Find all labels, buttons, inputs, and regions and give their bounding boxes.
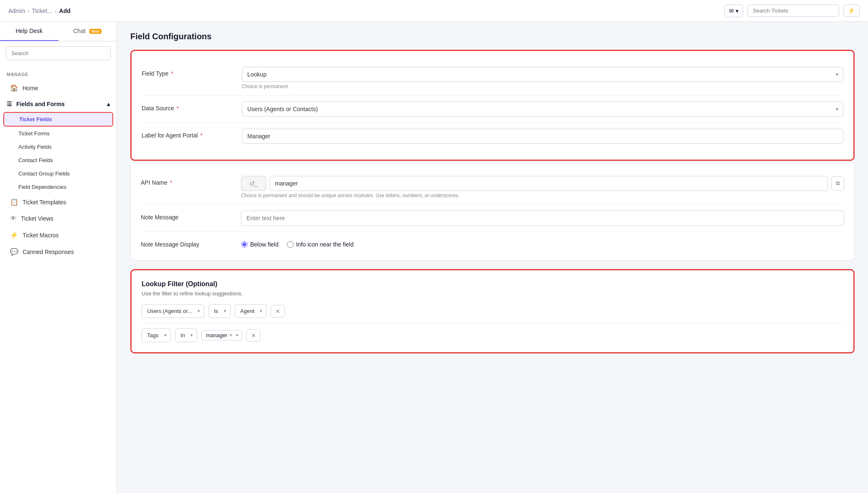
sidebar: Help Desk Chat Beta MANAGE 🏠 Home ☰ Fiel… (0, 22, 117, 493)
templates-icon: 📋 (10, 198, 18, 206)
field-type-select[interactable]: Lookup (242, 67, 843, 82)
note-message-row: Note Message (141, 205, 844, 232)
sidebar-item-contact-fields[interactable]: Contact Fields (3, 154, 113, 167)
api-name-label: API Name * (141, 176, 241, 186)
api-name-input-row: cf_ ⧉ (241, 176, 844, 191)
api-name-row: API Name * cf_ ⧉ Choice is permanent and… (141, 170, 844, 205)
label-agent-portal-input[interactable] (242, 129, 843, 144)
sidebar-search-input[interactable] (6, 46, 111, 60)
mail-icon: ✉ (729, 8, 734, 14)
note-message-field (241, 211, 844, 226)
sidebar-item-field-dependencies[interactable]: Field Dependencies (3, 180, 113, 193)
canned-icon: 💬 (10, 248, 18, 256)
filter-operator-1-select[interactable]: Is (208, 304, 231, 318)
field-type-row: Field Type * Lookup ▾ Choice is permanen… (142, 61, 843, 96)
fields-and-forms-group[interactable]: ☰ Fields and Forms ▴ (0, 97, 117, 112)
sidebar-item-home[interactable]: 🏠 Home (3, 80, 113, 96)
filter-value-2-tag-wrapper[interactable]: manager ✕ ▾ (201, 330, 242, 341)
home-icon: 🏠 (10, 84, 18, 92)
views-icon: 👁 (10, 215, 17, 222)
tab-helpdesk[interactable]: Help Desk (0, 22, 58, 41)
filter-row-2-remove-button[interactable]: ✕ (246, 329, 261, 342)
radio-group: Below field Info icon near the field (241, 238, 844, 248)
topbar: Admin › Ticket... › Add ✉ ▾ ⚡ (0, 0, 868, 22)
sidebar-item-activity-fields[interactable]: Activity Fields (3, 140, 113, 153)
sidebar-item-label-macros: Ticket Macros (23, 232, 59, 239)
manage-label: MANAGE (0, 68, 117, 79)
sidebar-item-label-templates: Ticket Templates (23, 199, 66, 206)
topbar-icon-button[interactable]: ✉ ▾ (724, 5, 743, 17)
page-title: Field Configurations (130, 32, 855, 41)
fields-and-forms-label: Fields and Forms (16, 101, 65, 107)
data-source-row: Data Source * Users (Agents or Contacts)… (142, 96, 843, 123)
copy-button[interactable]: ⧉ (831, 176, 844, 191)
filter-button[interactable]: ⚡ (843, 5, 860, 17)
lookup-filter-title: Lookup Filter (Optional) (142, 280, 843, 288)
note-message-display-field: Below field Info icon near the field (241, 238, 844, 248)
filter-value-2-tag: manager ✕ (206, 332, 233, 338)
data-source-label: Data Source * (142, 102, 242, 112)
breadcrumb-add: Add (59, 8, 71, 14)
filter-operator-1-wrapper[interactable]: Is ▾ (208, 304, 231, 318)
filter-operator-2-select[interactable]: In (175, 328, 197, 342)
sidebar-item-canned-responses[interactable]: 💬 Canned Responses (3, 244, 113, 260)
note-message-label: Note Message (141, 211, 241, 221)
label-agent-portal-label: Label for Agent Portal * (142, 129, 242, 139)
note-message-input[interactable] (241, 211, 844, 226)
sidebar-item-label-views: Ticket Views (21, 215, 53, 222)
radio-icon-input[interactable] (287, 241, 294, 248)
note-message-display-row: Note Message Display Below field Info ic… (141, 232, 844, 254)
tag-remove-icon[interactable]: ✕ (229, 333, 233, 338)
data-source-select[interactable]: Users (Agents or Contacts) (242, 102, 843, 117)
data-source-select-wrapper[interactable]: Users (Agents or Contacts) ▾ (242, 102, 843, 117)
macros-icon: ⚡ (10, 231, 18, 239)
sidebar-item-label-canned: Canned Responses (23, 249, 74, 255)
sidebar-item-ticket-views[interactable]: 👁 Ticket Views (3, 211, 113, 226)
fields-icon: ☰ (7, 101, 12, 107)
topbar-right: ✉ ▾ ⚡ (724, 5, 860, 17)
filter-row-1: Users (Agents or... ▾ Is ▾ Agent ▾ ✕ (142, 304, 843, 323)
filter-row-1-remove-button[interactable]: ✕ (271, 305, 285, 318)
topbar-search-input[interactable] (753, 8, 834, 14)
field-type-field: Lookup ▾ Choice is permanent. (242, 67, 843, 89)
filter-value-1-select[interactable]: Agent (235, 304, 266, 318)
breadcrumb-ticket[interactable]: Ticket... (32, 8, 52, 14)
breadcrumb-admin[interactable]: Admin (8, 8, 25, 14)
sidebar-item-ticket-fields[interactable]: Ticket Fields (3, 112, 113, 127)
sidebar-item-contact-group-fields[interactable]: Contact Group Fields (3, 167, 113, 180)
filter-field-1-wrapper[interactable]: Users (Agents or... ▾ (142, 304, 204, 318)
breadcrumb: Admin › Ticket... › Add (8, 8, 71, 14)
beta-badge: Beta (89, 29, 102, 34)
radio-below-input[interactable] (241, 241, 248, 248)
tab-chat[interactable]: Chat Beta (58, 22, 117, 41)
lookup-filter-card: Lookup Filter (Optional) Use the filter … (130, 269, 855, 353)
tag-chevron-icon: ▾ (236, 333, 239, 338)
api-name-card: API Name * cf_ ⧉ Choice is permanent and… (130, 163, 855, 261)
api-name-field: cf_ ⧉ Choice is permanent and should be … (241, 176, 844, 198)
required-star: * (169, 70, 173, 77)
filter-value-1-wrapper[interactable]: Agent ▾ (235, 304, 266, 318)
field-type-select-wrapper[interactable]: Lookup ▾ (242, 67, 843, 82)
api-name-hint: Choice is permanent and should be unique… (241, 193, 844, 198)
filter-field-2-wrapper[interactable]: Tags ▾ (142, 328, 171, 342)
filter-field-2-select[interactable]: Tags (142, 328, 171, 342)
filter-field-1-select[interactable]: Users (Agents or... (142, 304, 204, 318)
label-agent-portal-row: Label for Agent Portal * (142, 123, 843, 150)
topbar-search-box[interactable] (747, 5, 839, 17)
radio-info-icon[interactable]: Info icon near the field (287, 241, 354, 248)
api-name-input[interactable] (269, 176, 828, 191)
layout: Help Desk Chat Beta MANAGE 🏠 Home ☰ Fiel… (0, 22, 868, 493)
sidebar-item-ticket-templates[interactable]: 📋 Ticket Templates (3, 194, 113, 210)
radio-below-label: Below field (250, 241, 279, 248)
sidebar-section-manage: MANAGE 🏠 Home ☰ Fields and Forms ▴ Ticke… (0, 65, 117, 263)
sidebar-item-ticket-forms[interactable]: Ticket Forms (3, 127, 113, 140)
sidebar-item-ticket-macros[interactable]: ⚡ Ticket Macros (3, 227, 113, 243)
radio-icon-label: Info icon near the field (296, 241, 354, 248)
api-prefix: cf_ (241, 176, 266, 191)
tag-value: manager (206, 332, 227, 338)
sidebar-search[interactable] (0, 41, 117, 65)
radio-below-field[interactable]: Below field (241, 241, 279, 248)
filter-operator-2-wrapper[interactable]: In ▾ (175, 328, 197, 342)
sidebar-tabs: Help Desk Chat Beta (0, 22, 117, 41)
note-message-display-label: Note Message Display (141, 238, 241, 248)
